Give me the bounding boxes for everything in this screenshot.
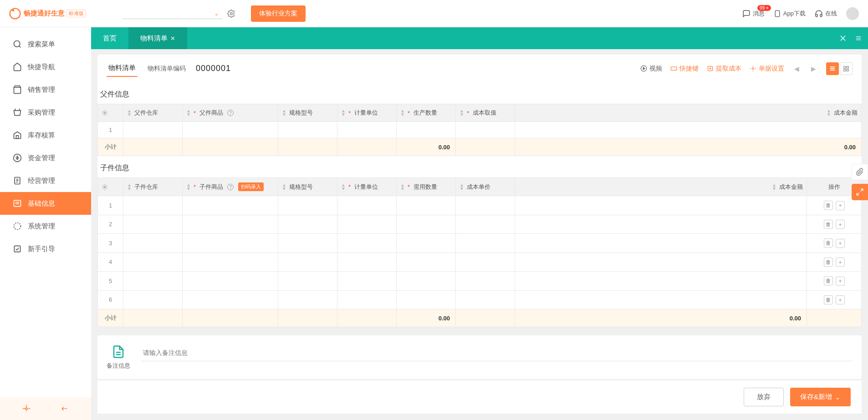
- cell[interactable]: [123, 253, 183, 272]
- cell[interactable]: [456, 272, 515, 291]
- attachment-icon[interactable]: [852, 164, 868, 180]
- child-col-5[interactable]: ▲▼成本单价: [456, 178, 515, 196]
- sort-icon[interactable]: ▲▼: [127, 109, 132, 116]
- tab-home[interactable]: 首页: [91, 27, 128, 49]
- view-list-icon[interactable]: [826, 62, 839, 75]
- cell[interactable]: [337, 272, 397, 291]
- action-bill-settings[interactable]: 单据设置: [750, 65, 784, 73]
- sidebar-item-guide[interactable]: 新手引导: [0, 238, 91, 260]
- fullscreen-icon[interactable]: [852, 184, 868, 200]
- cell[interactable]: [515, 234, 807, 253]
- cell[interactable]: [278, 196, 337, 215]
- cell[interactable]: [337, 196, 397, 215]
- child-col-4[interactable]: ▲▼*需用数量: [397, 178, 456, 196]
- cell[interactable]: [456, 290, 515, 309]
- sort-icon[interactable]: ▲▼: [460, 109, 464, 116]
- add-row-icon[interactable]: ＋: [836, 239, 845, 248]
- online-support-button[interactable]: 在线: [815, 10, 837, 18]
- cell[interactable]: [456, 234, 515, 253]
- cell[interactable]: [123, 290, 183, 309]
- sidebar-item-stock[interactable]: 库存核算: [0, 124, 91, 147]
- cell[interactable]: [337, 122, 397, 138]
- sort-icon[interactable]: ▲▼: [460, 183, 464, 191]
- cell[interactable]: [456, 253, 515, 272]
- sort-icon[interactable]: ▲▼: [282, 109, 286, 116]
- parent-col-6[interactable]: ▲▼成本金额: [515, 104, 862, 122]
- cell[interactable]: [337, 215, 397, 234]
- cell[interactable]: [397, 253, 456, 272]
- cell[interactable]: [278, 234, 337, 253]
- cell[interactable]: [183, 290, 278, 309]
- discard-button[interactable]: 放弃: [744, 388, 784, 406]
- sidebar-item-home[interactable]: 快捷导航: [0, 56, 91, 78]
- sidebar-collapse-icon[interactable]: [60, 405, 69, 412]
- help-icon[interactable]: ?: [227, 184, 234, 190]
- sidebar-item-money[interactable]: 资金管理: [0, 147, 91, 169]
- sort-icon[interactable]: ▲▼: [341, 109, 346, 116]
- delete-row-icon[interactable]: 🗑: [824, 201, 833, 210]
- action-video[interactable]: 视频: [640, 65, 662, 73]
- sort-icon[interactable]: ▲▼: [400, 183, 405, 191]
- cell[interactable]: [456, 215, 515, 234]
- cell[interactable]: [515, 122, 862, 138]
- child-col-6[interactable]: ▲▼成本金额: [515, 178, 807, 196]
- cell[interactable]: [278, 215, 337, 234]
- delete-row-icon[interactable]: 🗑: [824, 238, 833, 248]
- sort-icon[interactable]: ▲▼: [127, 183, 132, 191]
- page-tab-bom[interactable]: 物料清单: [107, 60, 138, 77]
- child-col-3[interactable]: ▲▼*计量单位: [337, 178, 397, 196]
- sort-icon[interactable]: ▲▼: [282, 183, 286, 191]
- cell[interactable]: [123, 215, 183, 234]
- child-col-0[interactable]: ▲▼子件仓库: [123, 178, 183, 196]
- parent-col-2[interactable]: ▲▼规格型号: [278, 104, 337, 122]
- sort-icon[interactable]: ▲▼: [772, 183, 776, 191]
- cell[interactable]: [123, 122, 183, 138]
- app-download-button[interactable]: App下载: [774, 10, 806, 18]
- help-icon[interactable]: ?: [227, 110, 234, 116]
- cell[interactable]: [123, 234, 183, 253]
- cell[interactable]: [397, 290, 456, 309]
- cell[interactable]: [183, 234, 278, 253]
- cell[interactable]: [278, 122, 337, 138]
- cell[interactable]: [515, 290, 807, 309]
- sort-icon[interactable]: ▲▼: [186, 183, 191, 191]
- industry-plan-button[interactable]: 体验行业方案: [251, 5, 306, 22]
- org-selector[interactable]: ⌄: [123, 8, 223, 19]
- sidebar-item-base[interactable]: 基础信息: [0, 192, 91, 215]
- next-bill-icon[interactable]: ▶: [809, 65, 818, 72]
- sidebar-item-sys[interactable]: 系统管理: [0, 215, 91, 238]
- cell[interactable]: [278, 272, 337, 291]
- cell[interactable]: [515, 196, 807, 215]
- cell[interactable]: [397, 196, 456, 215]
- parent-col-3[interactable]: ▲▼*计量单位: [337, 104, 397, 122]
- add-row-icon[interactable]: ＋: [836, 295, 845, 304]
- scan-input-tag[interactable]: 扫码录入: [238, 182, 264, 191]
- parent-col-0[interactable]: ▲▼父件仓库: [123, 104, 183, 122]
- close-icon[interactable]: ✕: [170, 35, 175, 42]
- tab-bom[interactable]: 物料清单 ✕: [128, 27, 187, 49]
- sidebar-item-cart[interactable]: 销售管理: [0, 78, 91, 101]
- notes-input[interactable]: [141, 344, 853, 361]
- action-extract-cost[interactable]: 提取成本: [707, 65, 741, 73]
- cell[interactable]: [337, 290, 397, 309]
- prev-bill-icon[interactable]: ◀: [792, 65, 801, 72]
- sidebar-item-doc[interactable]: 经营管理: [0, 169, 91, 192]
- cell[interactable]: [456, 122, 515, 138]
- cell[interactable]: [515, 215, 807, 234]
- cell[interactable]: [397, 272, 456, 291]
- cell[interactable]: [337, 253, 397, 272]
- column-settings-icon[interactable]: [98, 178, 123, 196]
- cell[interactable]: [456, 196, 515, 215]
- add-row-icon[interactable]: ＋: [836, 258, 845, 267]
- tabbar-close-all-icon[interactable]: [839, 34, 847, 42]
- cell[interactable]: [183, 215, 278, 234]
- action-hotkey[interactable]: 快捷键: [670, 65, 699, 73]
- cell[interactable]: [278, 290, 337, 309]
- sort-icon[interactable]: ▲▼: [827, 109, 831, 116]
- save-new-button[interactable]: 保存&新增 ⌄: [790, 388, 851, 406]
- parent-col-5[interactable]: ▲▼*成本取值: [456, 104, 515, 122]
- sidebar-settings-icon[interactable]: [22, 405, 31, 413]
- org-settings-icon[interactable]: [227, 10, 235, 18]
- cell[interactable]: [397, 122, 456, 138]
- tabbar-menu-icon[interactable]: [854, 35, 863, 41]
